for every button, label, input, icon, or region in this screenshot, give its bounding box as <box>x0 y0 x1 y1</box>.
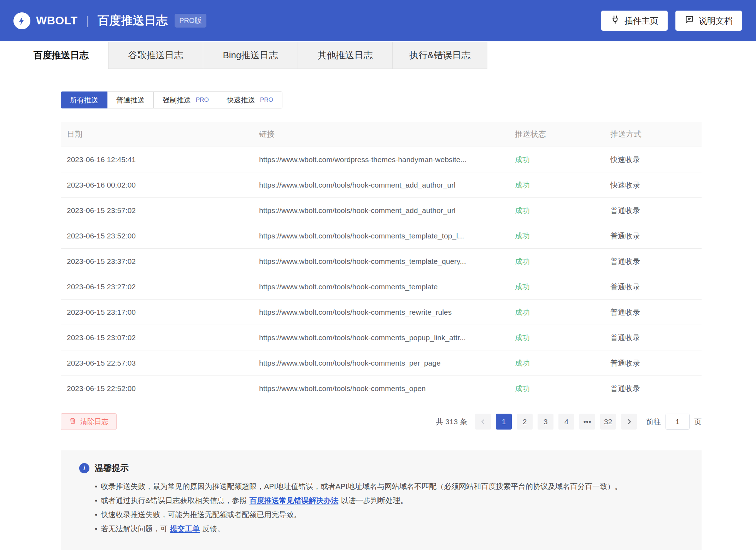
table-row: 2023-06-15 22:52:00 https://www.wbolt.co… <box>61 376 702 401</box>
cell-method: 普通收录 <box>610 231 702 241</box>
filter-label: 普通推送 <box>116 95 145 105</box>
error-guide-link[interactable]: 百度推送常见错误解决办法 <box>249 496 338 504</box>
cell-date: 2023-06-15 23:27:02 <box>61 283 259 291</box>
cell-date: 2023-06-15 23:57:02 <box>61 206 259 215</box>
cell-date: 2023-06-16 12:45:41 <box>61 155 259 164</box>
cell-date: 2023-06-15 23:52:00 <box>61 232 259 240</box>
tips-title: 温馨提示 <box>95 462 129 474</box>
tab[interactable]: Bing推送日志 <box>203 42 298 69</box>
page-number-label: 32 <box>604 418 612 426</box>
tip-line-2: •或者通过执行&错误日志获取相关信息，参照百度推送常见错误解决办法以进一步判断处… <box>95 493 684 508</box>
table-row: 2023-06-15 23:27:02 https://www.wbolt.co… <box>61 274 702 300</box>
cell-date: 2023-06-15 23:07:02 <box>61 333 259 342</box>
tip-line-4: •若无法解决问题，可提交工单反馈。 <box>95 522 684 536</box>
tip-text: 快速收录推送失败，可能为推送无配额或者配额已用完导致。 <box>101 510 301 519</box>
pro-badge: PRO版 <box>175 14 206 28</box>
page-number-button[interactable]: 1 <box>496 414 512 430</box>
tab-label: 百度推送日志 <box>34 49 89 61</box>
tip-text: 或者通过执行&错误日志获取相关信息，参照 <box>101 496 247 504</box>
page-number-label: 2 <box>523 418 527 426</box>
header-divider: | <box>86 14 89 28</box>
filter-label: 快速推送 <box>227 95 255 105</box>
cell-status: 成功 <box>515 358 610 368</box>
cell-date: 2023-06-15 23:37:02 <box>61 257 259 266</box>
cell-url: https://www.wbolt.com/tools/hook-comment… <box>259 308 515 317</box>
clear-logs-button[interactable]: 清除日志 <box>61 413 117 430</box>
cell-method: 普通收录 <box>610 256 702 266</box>
cell-status: 成功 <box>515 333 610 343</box>
filter-label: 强制推送 <box>163 95 191 105</box>
page-number-label: 3 <box>544 418 548 426</box>
cell-method: 普通收录 <box>610 333 702 343</box>
filter-button[interactable]: 普通推送 <box>107 91 154 108</box>
cell-status: 成功 <box>515 155 610 165</box>
next-page-button[interactable] <box>621 414 637 430</box>
tip-line-1: •收录推送失败，最为常见的原因为推送配额超限，API地址值错误，或者API地址域… <box>95 479 684 493</box>
submit-ticket-link[interactable]: 提交工单 <box>170 525 200 533</box>
cell-url: https://www.wbolt.com/tools/hook-comment… <box>259 333 515 342</box>
table-row: 2023-06-15 23:07:02 https://www.wbolt.co… <box>61 325 702 350</box>
tab-label: 执行&错误日志 <box>409 49 470 61</box>
tab-label: Bing推送日志 <box>223 49 278 61</box>
goto-page-input[interactable] <box>666 414 690 430</box>
column-header-date: 日期 <box>61 129 259 140</box>
tab[interactable]: 谷歌推送日志 <box>108 42 203 69</box>
table-row: 2023-06-15 23:57:02 https://www.wbolt.co… <box>61 198 702 223</box>
table-body: 2023-06-16 12:45:41 https://www.wbolt.co… <box>61 147 702 401</box>
column-header-status: 推送状态 <box>515 129 610 140</box>
filter-button[interactable]: 快速推送 PRO <box>218 91 282 108</box>
tab-label: 其他推送日志 <box>318 49 373 61</box>
column-header-url: 链接 <box>259 129 515 140</box>
tab[interactable]: 执行&错误日志 <box>392 42 487 69</box>
table-footer: 清除日志 共 313 条 1 2 3 4 ••• 32 前往 页 <box>61 413 702 430</box>
docs-button[interactable]: 说明文档 <box>675 11 742 31</box>
tip-text: 收录推送失败，最为常见的原因为推送配额超限，API地址值错误，或者API地址域名… <box>101 482 622 490</box>
cell-method: 快速收录 <box>610 180 702 190</box>
pagination: 共 313 条 1 2 3 4 ••• 32 前往 页 <box>436 414 702 430</box>
tip-text: 反馈。 <box>202 525 224 533</box>
filter-button[interactable]: 强制推送 PRO <box>153 91 218 108</box>
page-number-button[interactable]: 2 <box>517 414 533 430</box>
cell-method: 普通收录 <box>610 282 702 292</box>
page-number-label: 1 <box>502 418 506 426</box>
prev-page-button[interactable] <box>475 414 491 430</box>
page-number-button[interactable]: 32 <box>600 414 616 430</box>
tip-text: 以进一步判断处理。 <box>341 496 408 504</box>
tab[interactable]: 百度推送日志 <box>13 42 109 69</box>
pro-tag: PRO <box>196 96 209 104</box>
bullet: • <box>95 496 97 504</box>
bullet: • <box>95 525 97 533</box>
page-number-label: 4 <box>564 418 569 426</box>
cell-method: 普通收录 <box>610 384 702 394</box>
table-row: 2023-06-15 23:37:02 https://www.wbolt.co… <box>61 249 702 274</box>
goto-label: 前往 <box>646 417 661 427</box>
tab[interactable]: 其他推送日志 <box>298 42 393 69</box>
cell-status: 成功 <box>515 256 610 266</box>
tip-line-3: •快速收录推送失败，可能为推送无配额或者配额已用完导致。 <box>95 508 684 522</box>
push-type-filter-group: 所有推送 普通推送 强制推送 PRO 快速推送 PRO <box>61 91 282 108</box>
cell-status: 成功 <box>515 307 610 317</box>
brand-name: WBOLT <box>36 14 77 27</box>
table-row: 2023-06-15 23:52:00 https://www.wbolt.co… <box>61 223 702 249</box>
cell-url: https://www.wbolt.com/tools/hook-comment… <box>259 283 515 291</box>
filter-button[interactable]: 所有推送 <box>61 91 107 108</box>
tips-body: •收录推送失败，最为常见的原因为推送配额超限，API地址值错误，或者API地址域… <box>95 479 684 536</box>
page-number-button[interactable]: ••• <box>579 414 595 430</box>
trash-icon <box>69 417 76 426</box>
filter-label: 所有推送 <box>70 95 98 105</box>
cell-status: 成功 <box>515 206 610 215</box>
docs-label: 说明文档 <box>699 15 733 26</box>
page-number-button[interactable]: 4 <box>558 414 574 430</box>
tips-header: 温馨提示 <box>79 462 684 474</box>
table-row: 2023-06-15 23:17:00 https://www.wbolt.co… <box>61 300 702 325</box>
plugin-home-button[interactable]: 插件主页 <box>601 11 668 31</box>
table-row: 2023-06-16 00:02:00 https://www.wbolt.co… <box>61 172 702 198</box>
total-count: 共 313 条 <box>436 417 467 427</box>
cell-url: https://www.wbolt.com/wordpress-themes-h… <box>259 155 515 164</box>
page-number-button[interactable]: 3 <box>538 414 553 430</box>
bullet: • <box>95 510 97 519</box>
cell-url: https://www.wbolt.com/tools/hook-comment… <box>259 384 515 393</box>
table-header-row: 日期 链接 推送状态 推送方式 <box>61 122 702 147</box>
column-header-method: 推送方式 <box>610 129 702 140</box>
cell-status: 成功 <box>515 231 610 241</box>
